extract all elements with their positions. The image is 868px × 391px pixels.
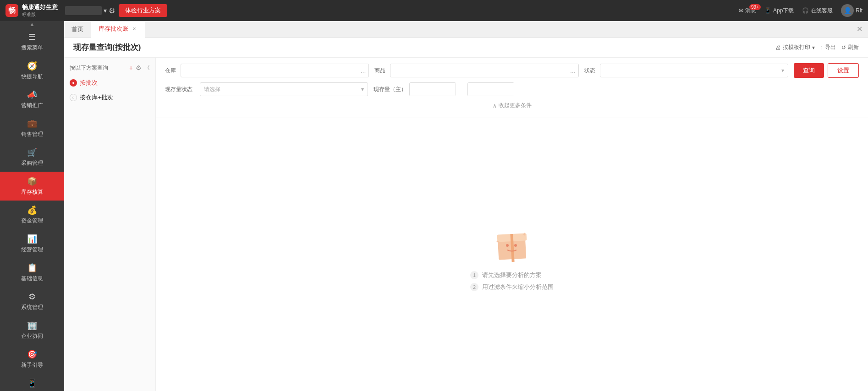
scheme-settings-button[interactable]: ⚙ [136,64,142,72]
messages-button[interactable]: ✉ 消息 99+ [739,7,756,15]
app-logo: 畅 [5,4,18,17]
nav-search-input[interactable] [65,6,102,15]
sidebar-item-app-center[interactable]: 📱 应用中心 [0,374,64,391]
sidebar-item-sales[interactable]: 💼 销售管理 [0,114,64,143]
content-area: 首页 库存批次账 × ✕ 现存量查询(按批次) 🖨 按模板打印 ▾ ↑ 导出 [64,21,868,391]
warehouse-label: 仓库 [165,67,178,75]
empty-state-image: ✦ ✦ [489,218,535,264]
operations-icon: 📊 [27,234,37,244]
online-service-button[interactable]: 🎧 在线客服 [802,7,833,15]
sidebar-item-label: 库存核算 [21,188,43,196]
sidebar-item-finance[interactable]: 💰 资金管理 [0,201,64,229]
sidebar-item-operations[interactable]: 📊 经营管理 [0,229,64,258]
export-label: 导出 [825,43,836,51]
user-avatar[interactable]: 👤 Rit [841,4,863,17]
page-body: 按以下方案查询 + ⚙ 《 ● 按批次 ○ 按仓库+批次 [64,58,868,391]
topbar-gear-button[interactable]: ⚙ [109,6,115,15]
stock-qty-max-input[interactable] [468,83,514,96]
basics-icon: 📋 [27,263,37,273]
finance-icon: 💰 [27,205,37,215]
scheme-header: 按以下方案查询 + ⚙ 《 [64,61,155,76]
page-title: 现存量查询(按批次) [73,42,141,53]
print-button[interactable]: 🖨 按模板打印 ▾ [775,43,815,51]
query-button[interactable]: 查询 [794,63,824,78]
collapse-conditions-button[interactable]: ∧ 收起更多条件 [165,99,859,112]
tab-inventory-batch[interactable]: 库存批次账 × [91,21,145,38]
headset-icon: 🎧 [802,7,809,14]
tab-home[interactable]: 首页 [64,21,91,37]
empty-hints: 1 请先选择要分析的方案 2 用过滤条件来缩小分析范围 [470,271,554,291]
stock-status-placeholder: 请选择 [204,86,220,93]
svg-point-4 [514,244,517,247]
export-button[interactable]: ↑ 导出 [820,43,836,51]
sidebar-item-label: 快捷导航 [21,73,43,81]
app-center-icon: 📱 [27,378,37,388]
sidebar-item-label: 基础信息 [21,275,43,282]
product-input[interactable] [390,67,567,74]
sidebar-item-purchase[interactable]: 🛒 采购管理 [0,143,64,172]
main-layout: ▲ ☰ 搜索菜单 🧭 快捷导航 📣 营销推广 💼 销售管理 🛒 采购管理 📦 库… [0,21,868,391]
sidebar-item-marketing[interactable]: 📣 营销推广 [0,85,64,114]
empty-state: ✦ ✦ 1 请先选择要分析的方案 2 用过滤条件来缩小分析范围 [156,118,868,391]
topbar-right: ✉ 消息 99+ 📱 App下载 🎧 在线客服 👤 Rit [739,4,863,17]
page-header: 现存量查询(按批次) 🖨 按模板打印 ▾ ↑ 导出 ↺ 刷新 [64,38,868,58]
app-download-button[interactable]: 📱 App下载 [764,7,794,15]
stock-qty-max-field[interactable] [467,82,514,96]
hint-text-2: 用过滤条件来缩小分析范围 [482,283,554,291]
nav-dropdown-button[interactable]: ▾ [104,7,107,14]
sidebar-item-newbie[interactable]: 🎯 新手引导 [0,345,64,374]
tab-close-icon[interactable]: × [131,26,137,32]
sidebar: ▲ ☰ 搜索菜单 🧭 快捷导航 📣 营销推广 💼 销售管理 🛒 采购管理 📦 库… [0,21,64,391]
sidebar-item-system[interactable]: ⚙ 系统管理 [0,287,64,316]
empty-hint-1: 1 请先选择要分析的方案 [470,271,554,279]
warehouse-dots[interactable]: ... [358,67,369,74]
sidebar-item-search-menu[interactable]: ☰ 搜索菜单 [0,27,64,56]
warehouse-input[interactable] [181,67,358,74]
product-input-field[interactable]: ... [390,64,578,77]
message-icon: ✉ [739,7,743,14]
scheme-item-by-batch[interactable]: ● 按批次 [64,76,155,90]
status-select[interactable]: ▾ [600,64,788,77]
experience-button[interactable]: 体验行业方案 [119,4,167,17]
settings-button[interactable]: 设置 [828,63,859,78]
stock-qty-min-field[interactable] [409,82,456,96]
avatar: 👤 [841,4,854,17]
product-dots[interactable]: ... [567,67,578,74]
status-label: 状态 [584,67,597,75]
sidebar-item-label: 营销推广 [21,102,43,109]
svg-text:✦: ✦ [522,231,527,238]
stock-status-select[interactable]: 请选择 ▾ [200,82,368,96]
sidebar-scroll-up[interactable]: ▲ [0,21,64,27]
page-header-actions: 🖨 按模板打印 ▾ ↑ 导出 ↺ 刷新 [775,43,859,51]
empty-illustration: ✦ ✦ [489,218,535,264]
newbie-icon: 🎯 [27,349,37,359]
hint-num-1: 1 [470,271,478,279]
sidebar-item-label: 搜索菜单 [21,44,43,52]
product-label: 商品 [374,67,387,75]
refresh-icon: ↺ [841,44,846,51]
stock-status-dropdown-icon: ▾ [361,86,364,92]
scheme-label-by-warehouse-batch: 按仓库+批次 [80,93,113,102]
inventory-icon: 📦 [27,176,37,186]
brand-tag: 标准版 [22,11,58,18]
purchase-icon: 🛒 [27,147,37,157]
sidebar-item-basics[interactable]: 📋 基础信息 [0,258,64,287]
sidebar-item-label: 资金管理 [21,217,43,225]
collapse-label: 收起更多条件 [499,102,532,109]
stock-status-label: 现存量状态 [165,86,197,93]
sidebar-item-inventory[interactable]: 📦 库存核算 [0,172,64,201]
sidebar-item-quick-nav[interactable]: 🧭 快捷导航 [0,56,64,85]
scheme-collapse-button[interactable]: 《 [144,64,150,72]
action-buttons: 查询 设置 [794,63,859,78]
refresh-button[interactable]: ↺ 刷新 [841,43,859,51]
sidebar-item-enterprise[interactable]: 🏢 企业协同 [0,316,64,345]
enterprise-icon: 🏢 [27,320,37,331]
scheme-item-by-warehouse-batch[interactable]: ○ 按仓库+批次 [64,90,155,105]
warehouse-input-field[interactable]: ... [181,64,369,77]
hint-num-2: 2 [470,283,478,291]
tab-bar-close-button[interactable]: ✕ [851,21,868,37]
phone-icon: 📱 [764,7,771,14]
stock-qty-min-input[interactable] [410,83,456,96]
brand-name: 畅康通好生意 [22,3,58,11]
scheme-add-button[interactable]: + [129,64,133,72]
